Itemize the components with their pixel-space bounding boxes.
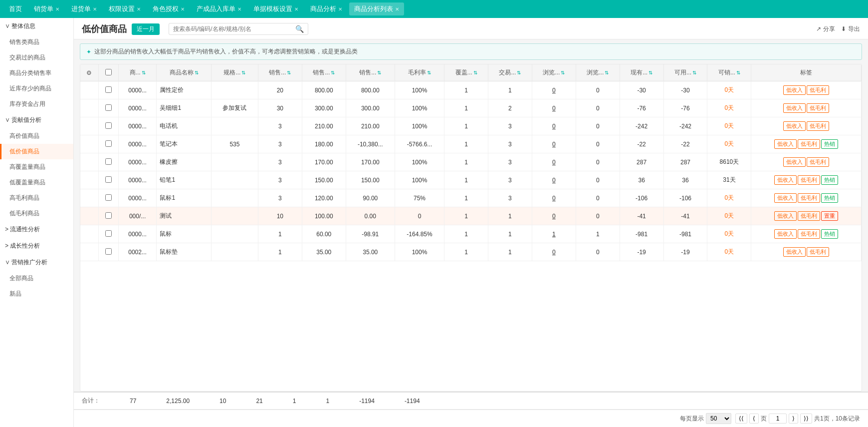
sidebar-group-marketing[interactable]: ∨ 营销推广分析: [0, 254, 73, 271]
browse1-link[interactable]: 0: [552, 159, 556, 166]
nav-sales-order[interactable]: 销货单 ✕: [29, 2, 64, 15]
last-page-button[interactable]: ⟩⟩: [800, 414, 812, 424]
browse1-link[interactable]: 0: [552, 195, 556, 202]
sidebar-group-growth[interactable]: > 成长性分析: [0, 238, 73, 254]
current-stock: -106: [620, 189, 663, 207]
row-checkbox[interactable]: [105, 86, 112, 93]
sidebar-item-all-products[interactable]: 全部商品: [0, 271, 73, 286]
close-icon[interactable]: ✕: [137, 6, 141, 12]
sidebar-item-sales-products[interactable]: 销售类商品: [0, 34, 73, 50]
browse1-link[interactable]: 0: [552, 141, 556, 148]
sidebar-item-category-sales-rate[interactable]: 商品分类销售率: [0, 65, 73, 81]
export-button[interactable]: ⬇ 导出: [841, 25, 860, 33]
row-checkbox-cell[interactable]: [98, 171, 118, 189]
browse1-link[interactable]: 0: [552, 87, 556, 94]
th-coverage[interactable]: 覆盖...⇅: [444, 64, 488, 81]
browse1-link[interactable]: 1: [552, 231, 556, 238]
sidebar-item-traded-products[interactable]: 交易过的商品: [0, 50, 73, 65]
sidebar-item-low-stock[interactable]: 近库存少的商品: [0, 81, 73, 96]
sidebar-item-low-coverage[interactable]: 低覆盖量商品: [0, 175, 73, 190]
nav-product-analysis-list[interactable]: 商品分析列表 ✕: [349, 2, 404, 15]
row-checkbox[interactable]: [105, 176, 112, 183]
nav-purchase-order[interactable]: 进货单 ✕: [66, 2, 102, 15]
per-page-select[interactable]: 50 100 200: [706, 413, 731, 424]
row-checkbox-cell[interactable]: [98, 243, 118, 261]
row-checkbox[interactable]: [105, 158, 112, 165]
select-all-checkbox[interactable]: [105, 69, 112, 75]
nav-home[interactable]: 首页: [4, 2, 27, 15]
th-gross-margin[interactable]: 毛利率⇅: [395, 64, 444, 81]
browse1-link[interactable]: 0: [552, 105, 556, 112]
period-button[interactable]: 近一月: [132, 23, 160, 35]
next-page-button[interactable]: ⟩: [789, 414, 798, 424]
browse1: 0: [532, 171, 576, 189]
th-transaction[interactable]: 交易...⇅: [488, 64, 532, 81]
row-checkbox[interactable]: [105, 122, 112, 129]
th-sales-profit[interactable]: 销售...⇅: [346, 64, 395, 81]
row-checkbox-cell[interactable]: [98, 207, 118, 225]
page-input[interactable]: [769, 414, 787, 424]
pagination: 每页显示 50 100 200 ⟨⟨ ⟨ 页 ⟩ ⟩⟩ 共1页，10条记录: [74, 410, 868, 427]
sidebar-item-stock-capital[interactable]: 库存资金占用: [0, 96, 73, 112]
close-icon[interactable]: ✕: [338, 6, 342, 12]
th-name[interactable]: 商品名称⇅: [157, 64, 211, 81]
browse1-link[interactable]: 0: [552, 213, 556, 220]
row-checkbox[interactable]: [105, 140, 112, 147]
gross-margin: 100%: [395, 99, 444, 117]
row-checkbox[interactable]: [105, 104, 112, 111]
search-icon[interactable]: 🔍: [295, 25, 304, 33]
th-sellable[interactable]: 可销...⇅: [707, 64, 751, 81]
row-checkbox-cell[interactable]: [98, 117, 118, 135]
nav-role-auth[interactable]: 角色授权 ✕: [148, 2, 190, 15]
th-sales-qty[interactable]: 销售...⇅: [258, 64, 302, 81]
row-checkbox-cell[interactable]: [98, 99, 118, 117]
th-available-stock[interactable]: 可用...⇅: [663, 64, 707, 81]
row-checkbox-cell[interactable]: [98, 189, 118, 207]
browse1-link[interactable]: 0: [552, 123, 556, 130]
th-sales-amount[interactable]: 销售...⇅: [302, 64, 346, 81]
row-checkbox-cell[interactable]: [98, 135, 118, 153]
sidebar-item-new-products[interactable]: 新品: [0, 286, 73, 302]
share-button[interactable]: ↗ 分享: [816, 25, 835, 33]
first-page-button[interactable]: ⟨⟨: [735, 414, 747, 424]
close-icon[interactable]: ✕: [181, 6, 185, 12]
row-checkbox[interactable]: [105, 194, 112, 201]
row-checkbox[interactable]: [105, 248, 112, 255]
close-icon[interactable]: ✕: [55, 6, 59, 12]
row-checkbox[interactable]: [105, 212, 112, 219]
close-icon[interactable]: ✕: [294, 6, 298, 12]
sidebar-item-low-margin[interactable]: 低毛利商品: [0, 206, 73, 221]
nav-product-analysis[interactable]: 商品分析 ✕: [305, 2, 347, 15]
nav-template-settings[interactable]: 单据模板设置 ✕: [248, 2, 303, 15]
browse1-link[interactable]: 0: [552, 177, 556, 184]
search-input[interactable]: [173, 25, 295, 32]
sidebar-item-high-margin[interactable]: 高毛利商品: [0, 190, 73, 206]
main-layout: ∨ 整体信息 销售类商品 交易过的商品 商品分类销售率 近库存少的商品 库存资金…: [0, 18, 868, 427]
close-icon[interactable]: ✕: [395, 6, 399, 12]
sidebar-group-contribution[interactable]: ∨ 贡献值分析: [0, 112, 73, 128]
close-icon[interactable]: ✕: [237, 6, 241, 12]
th-browse1[interactable]: 浏览...⇅: [532, 64, 576, 81]
th-browse2[interactable]: 浏览...⇅: [576, 64, 620, 81]
sidebar-group-overall[interactable]: ∨ 整体信息: [0, 18, 73, 34]
row-checkbox-cell[interactable]: [98, 81, 118, 99]
prev-page-button[interactable]: ⟨: [749, 414, 759, 424]
nav-product-warehousing[interactable]: 产成品入库单 ✕: [192, 2, 246, 15]
data-table-container[interactable]: ⚙ 商...⇅ 商品名称⇅ 规格...⇅ 销售...⇅ 销售...⇅ 销售...…: [80, 64, 862, 392]
row-checkbox-cell[interactable]: [98, 225, 118, 243]
browse1-link[interactable]: 0: [552, 249, 556, 256]
sidebar-item-high-value[interactable]: 高价值商品: [0, 128, 73, 144]
row-checkbox[interactable]: [105, 230, 112, 237]
close-icon[interactable]: ✕: [93, 6, 97, 12]
sidebar-group-liquidity[interactable]: > 流通性分析: [0, 221, 73, 238]
th-current-stock[interactable]: 现有...⇅: [620, 64, 663, 81]
row-checkbox-cell[interactable]: [98, 153, 118, 171]
th-code[interactable]: 商...⇅: [118, 64, 157, 81]
th-spec[interactable]: 规格...⇅: [211, 64, 258, 81]
nav-permissions[interactable]: 权限设置 ✕: [104, 2, 146, 15]
checkbox-header[interactable]: [98, 64, 118, 81]
transaction: 3: [488, 171, 532, 189]
sidebar-item-low-value[interactable]: 低价值商品: [0, 144, 73, 159]
settings-header[interactable]: ⚙: [80, 64, 98, 81]
sidebar-item-high-coverage[interactable]: 高覆盖量商品: [0, 159, 73, 175]
